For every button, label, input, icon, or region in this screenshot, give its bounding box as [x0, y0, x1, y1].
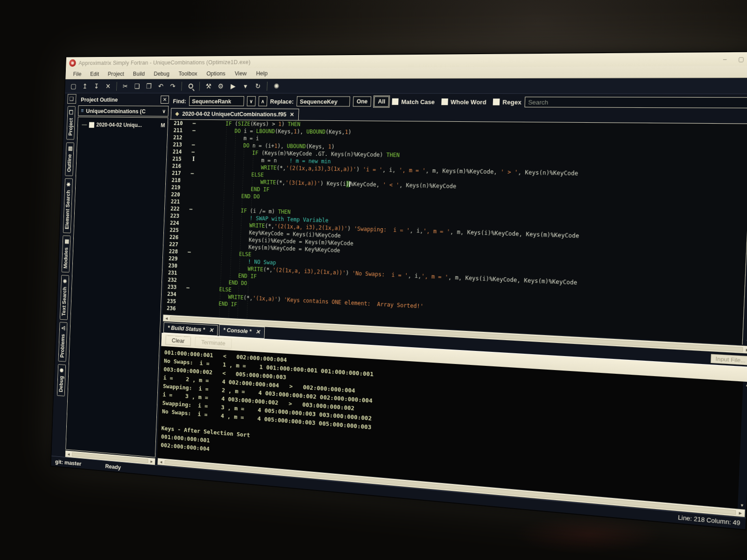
fold-marker-icon[interactable]: –	[187, 127, 201, 134]
sidebar-tab-label: Modules	[63, 247, 69, 269]
fold-marker-icon[interactable]: –	[185, 170, 199, 177]
code-token: END IF	[238, 273, 257, 280]
menu-item-file[interactable]: File	[70, 70, 85, 78]
file-checkbox[interactable]	[89, 122, 95, 127]
code-token: WRITE	[247, 266, 263, 273]
tree-item-file[interactable]: ┈┈ 2020-04-02 Uniqu... M	[78, 117, 168, 128]
code-token: END DO	[229, 280, 247, 287]
sidebar-pin-icon[interactable]: ❏	[67, 94, 76, 104]
sidebar-tab-element-search[interactable]: Element Search✱	[63, 178, 72, 233]
search-icon[interactable]	[185, 81, 196, 91]
menu-item-help[interactable]: Help	[252, 69, 272, 78]
find-prev-button[interactable]: ∧	[258, 96, 267, 106]
scroll-right-icon[interactable]: ►	[745, 347, 747, 352]
sidebar-tab-label: Text Search	[61, 287, 67, 316]
scroll-right-icon[interactable]: ►	[150, 459, 154, 464]
scroll-left-icon[interactable]: ◄	[165, 316, 169, 321]
undo-icon[interactable]: ↶	[155, 81, 167, 91]
checkbox-regex[interactable]: Regex	[493, 98, 521, 106]
fold-marker-icon[interactable]: –	[181, 284, 195, 292]
scroll-up-icon[interactable]: ▲	[745, 383, 747, 387]
fold-marker-icon[interactable]: –	[187, 120, 201, 127]
checkbox-whole-word[interactable]: Whole Word	[441, 98, 486, 105]
bottom-tab-close-icon[interactable]: ✕	[255, 328, 260, 335]
menu-item-view[interactable]: View	[231, 69, 251, 78]
find-next-button[interactable]: ∨	[247, 96, 255, 106]
sidebar-tab-modules[interactable]: Modules▦	[61, 236, 70, 273]
fold-marker-icon[interactable]: –	[182, 248, 197, 256]
project-selector-dropdown[interactable]: ≡ UniqueCombinations (C ∨	[78, 105, 169, 117]
cut-icon[interactable]: ✂	[120, 81, 131, 91]
checkbox-icon[interactable]	[441, 98, 448, 105]
copy-icon[interactable]: ❏	[132, 81, 142, 91]
scroll-left-icon[interactable]: ◄	[67, 452, 70, 456]
clear-button[interactable]: Clear	[165, 335, 191, 346]
terminate-button: Terminate	[195, 337, 232, 349]
menu-item-debug[interactable]: Debug	[150, 70, 173, 78]
menu-item-build[interactable]: Build	[129, 70, 149, 78]
code-token: %KeyCode,	[350, 181, 383, 188]
input-file-button: Input File...	[711, 354, 747, 365]
code-token: IF	[252, 150, 261, 156]
fold-marker-icon	[182, 263, 196, 271]
redo-icon[interactable]: ↷	[167, 81, 178, 91]
line-number: 216	[168, 162, 186, 170]
tree-item-label[interactable]: 2020-04-02 Uniqu...	[96, 122, 142, 128]
paste-icon[interactable]: ❐	[143, 81, 155, 91]
run-dropdown-icon[interactable]: ▾	[240, 81, 251, 91]
fold-marker-icon	[184, 184, 199, 191]
run-icon[interactable]: ▶	[227, 81, 239, 91]
find-input[interactable]	[189, 96, 244, 106]
menu-item-project[interactable]: Project	[104, 70, 128, 78]
fold-marker-icon[interactable]: –	[186, 141, 201, 149]
menu-item-toolbox[interactable]: Toolbox	[175, 69, 201, 77]
checkbox-icon[interactable]	[493, 98, 500, 105]
menu-item-options[interactable]: Options	[203, 69, 229, 78]
replace-input[interactable]	[296, 96, 350, 106]
build-options-icon[interactable]: ⚙	[215, 81, 226, 91]
code-token: LBOUND	[256, 128, 275, 134]
search-input[interactable]	[525, 97, 747, 108]
scroll-left-icon[interactable]: ◄	[159, 459, 163, 464]
new-file-icon[interactable]: ▢	[68, 81, 79, 91]
sidebar-tab-problems[interactable]: Problems⚠	[58, 322, 67, 362]
fold-marker-icon[interactable]: –	[183, 205, 198, 213]
checkbox-match-case[interactable]: Match Case	[392, 98, 435, 105]
bottom-tab-close-icon[interactable]: ✕	[209, 327, 214, 334]
sidebar-tab-project[interactable]: Project❐	[66, 106, 76, 140]
bottom-tab-label: * Console *	[223, 327, 252, 335]
code-token: )	[345, 270, 352, 276]
scroll-right-icon[interactable]: ►	[738, 510, 743, 516]
sidebar-tab-debug[interactable]: Debug✺	[56, 364, 65, 396]
code-token: , Keys(n)%KeyCode	[399, 182, 457, 190]
editor-tab-close-icon[interactable]: ✕	[290, 111, 295, 118]
code-token: UBOUND	[287, 143, 306, 149]
replace-one-button[interactable]: One	[353, 97, 372, 107]
project-panel-close-button[interactable]: ✕	[161, 96, 169, 104]
code-editor[interactable]: 210– IF (SIZE(Keys) > 1) THEN211– DO i =…	[162, 119, 747, 344]
save-icon[interactable]: ↥	[79, 81, 90, 91]
toolbar-separator	[116, 82, 117, 91]
code-token: UBOUND	[306, 128, 326, 135]
fold-marker-icon[interactable]: –	[186, 148, 200, 156]
open-icon[interactable]: ↧	[91, 81, 102, 91]
sidebar-tab-text-search[interactable]: Text Search❋	[59, 275, 69, 320]
project-outline-title: Project Outline	[78, 96, 118, 103]
build-icon[interactable]: ⚒	[203, 81, 214, 91]
close-file-icon[interactable]: ✕	[103, 81, 113, 91]
replace-all-button[interactable]: All	[374, 97, 389, 107]
editor-tab-label[interactable]: 2020-04-02 UniqueCutCombinations.f95	[182, 110, 287, 118]
restart-icon[interactable]: ↻	[252, 81, 264, 91]
code-token: END IF	[251, 186, 269, 193]
minimize-button[interactable]: –	[723, 56, 726, 63]
checkbox-icon[interactable]	[392, 98, 399, 105]
sidebar-tab-outline[interactable]: Outline▤	[65, 142, 74, 176]
scroll-down-icon[interactable]: ▼	[740, 503, 744, 508]
maximize-button[interactable]: ▢	[738, 56, 745, 63]
debug-icon[interactable]: ✺	[271, 81, 282, 91]
editor-tab[interactable]: ◆ 2020-04-02 UniqueCutCombinations.f95 ✕	[171, 108, 299, 120]
toolbar-separator	[181, 82, 182, 91]
fold-marker-icon	[183, 220, 197, 227]
fold-marker-icon	[181, 270, 196, 278]
menu-item-edit[interactable]: Edit	[86, 70, 103, 78]
